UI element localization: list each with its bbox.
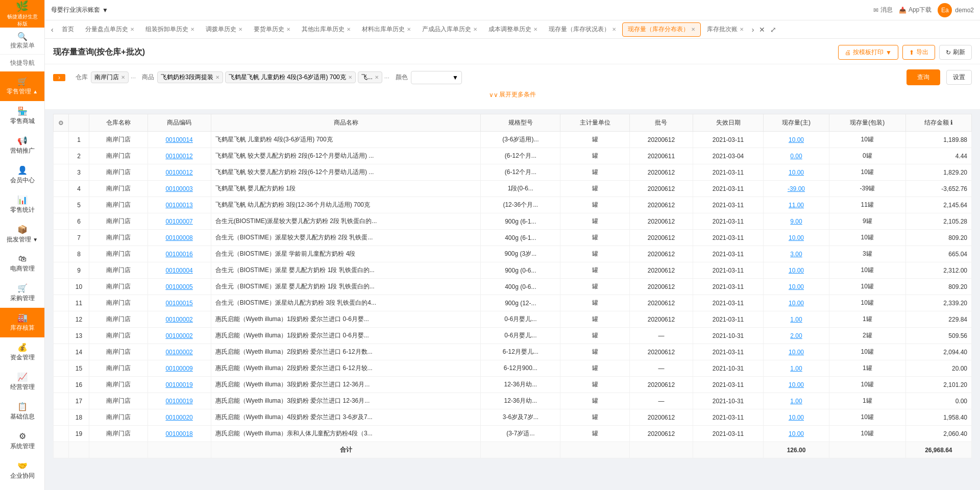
- sidebar-item-inventory[interactable]: 🏭 库存核算: [0, 308, 45, 337]
- sidebar-item-member[interactable]: 👤 会员中心: [0, 160, 45, 190]
- product-code-link[interactable]: 00100013: [165, 202, 192, 209]
- message-btn[interactable]: ✉ 消息: [873, 6, 893, 14]
- product-code-link[interactable]: 00100002: [165, 316, 192, 323]
- qty-link[interactable]: 10.00: [789, 430, 804, 437]
- tab-material-out[interactable]: 材料出库单历史 ✕: [357, 22, 416, 37]
- product-code-link[interactable]: 00100007: [165, 218, 192, 225]
- sidebar-item-coop[interactable]: 🤝 企业协同: [0, 456, 45, 485]
- tab-request[interactable]: 要货单历史 ✕: [249, 22, 296, 37]
- product-code-link[interactable]: 00100012: [165, 169, 192, 176]
- settings-icon[interactable]: ⚙: [58, 119, 64, 127]
- tab-close-request[interactable]: ✕: [286, 27, 290, 32]
- qty-link[interactable]: 10.00: [789, 349, 804, 356]
- warehouse-more[interactable]: ···: [131, 74, 136, 81]
- export-btn[interactable]: ⬆ 导出: [902, 45, 935, 60]
- tab-close-batch-ledger[interactable]: ✕: [740, 27, 744, 32]
- sidebar-search[interactable]: 🔍 搜索菜单: [0, 28, 44, 55]
- product-code-link[interactable]: 00100020: [165, 414, 192, 421]
- sidebar-item-marketing[interactable]: 📢 营销推广: [0, 131, 45, 160]
- print-btn[interactable]: 🖨 按模板打印 ▼: [838, 45, 898, 60]
- sidebar-item-retail-shop[interactable]: 🏪 零售商城: [0, 101, 45, 131]
- org-selector[interactable]: 母婴行业演示账套 ▼: [51, 6, 108, 14]
- product-code-link[interactable]: 00100015: [165, 300, 192, 307]
- remove-product-tag-1[interactable]: ✕: [348, 75, 352, 80]
- sidebar-item-wholesale[interactable]: 📦 批发管理 ▼: [0, 219, 45, 249]
- qty-link[interactable]: 10.00: [789, 169, 804, 176]
- product-code-link[interactable]: 00100012: [165, 153, 192, 160]
- tab-prev-btn[interactable]: ‹: [49, 26, 56, 34]
- tab-close-inventory-dist[interactable]: ✕: [691, 27, 695, 32]
- qty-link[interactable]: 10.00: [789, 267, 804, 274]
- product-code-link[interactable]: 00100008: [165, 234, 192, 241]
- user-menu[interactable]: Ea demo2: [938, 3, 974, 17]
- refresh-btn[interactable]: ↻ 刷新: [939, 45, 972, 60]
- query-btn[interactable]: 查询: [906, 69, 940, 85]
- sidebar-item-purchase[interactable]: 🛒 采购管理: [0, 278, 45, 308]
- sidebar-item-ecom[interactable]: 🛍 电商管理: [0, 249, 45, 278]
- remove-warehouse-tag[interactable]: ✕: [121, 75, 125, 80]
- tab-inventory-dist[interactable]: 现存量（库存分布表） ✕: [622, 22, 701, 37]
- qty-link[interactable]: 10.00: [789, 234, 804, 241]
- tab-other-out[interactable]: 其他出库单历史 ✕: [297, 22, 356, 37]
- qty-link[interactable]: 1.00: [790, 365, 802, 372]
- sidebar-item-retail-stats[interactable]: 📊 零售统计: [0, 190, 45, 219]
- remove-product-tag-0[interactable]: ✕: [215, 75, 219, 80]
- tab-disassemble[interactable]: 组装拆卸单历史 ✕: [140, 22, 200, 37]
- product-code-link[interactable]: 00100003: [165, 185, 192, 192]
- product-code-link[interactable]: 00100018: [165, 430, 192, 437]
- qty-link[interactable]: 0.00: [790, 153, 802, 160]
- product-code-link[interactable]: 00100016: [165, 251, 192, 258]
- tab-close-other-out[interactable]: ✕: [347, 27, 351, 32]
- product-code-link[interactable]: 00100014: [165, 136, 192, 143]
- product-code-link[interactable]: 00100005: [165, 283, 192, 290]
- tab-close-disassemble[interactable]: ✕: [190, 27, 194, 32]
- product-code-link[interactable]: 00100019: [165, 398, 192, 405]
- tab-close-cost-adjust[interactable]: ✕: [533, 27, 537, 32]
- tab-inventory-status[interactable]: 现存量（库存状况表） ✕: [544, 22, 621, 37]
- tab-close-inventory-status[interactable]: ✕: [612, 27, 616, 32]
- qty-link[interactable]: -39.00: [788, 185, 805, 192]
- sidebar-item-operations[interactable]: 📈 经营管理: [0, 367, 45, 397]
- qty-link[interactable]: 10.00: [789, 136, 804, 143]
- filter-expand-btn[interactable]: ›: [53, 74, 65, 81]
- qty-link[interactable]: 11.00: [789, 202, 804, 209]
- product-code-link[interactable]: 00100002: [165, 332, 192, 339]
- tab-cost-adjust[interactable]: 成本调整单历史 ✕: [483, 22, 543, 37]
- tab-close-material-out[interactable]: ✕: [407, 27, 411, 32]
- tab-close-split-count[interactable]: ✕: [130, 27, 134, 32]
- qty-link[interactable]: 10.00: [789, 381, 804, 388]
- tab-maximize-btn[interactable]: ⤢: [768, 26, 778, 34]
- tab-split-count[interactable]: 分量盘点单历史 ✕: [80, 22, 139, 37]
- expand-conditions-btn[interactable]: ∨∨ 展开更多条件: [489, 90, 536, 99]
- settings-btn[interactable]: 设置: [946, 70, 972, 85]
- qty-link[interactable]: 10.00: [789, 414, 804, 421]
- qty-link[interactable]: 10.00: [789, 283, 804, 290]
- tab-mix[interactable]: 调拨单历史 ✕: [201, 22, 248, 37]
- tab-home[interactable]: 首页: [57, 22, 79, 37]
- tab-next-btn[interactable]: ›: [750, 26, 756, 34]
- sidebar-item-retail-mgmt[interactable]: 🛒 零售管理 ▲: [0, 71, 45, 101]
- product-code-link[interactable]: 00100009: [165, 365, 192, 372]
- tab-close-mix[interactable]: ✕: [238, 27, 242, 32]
- product-code-link[interactable]: 00100004: [165, 267, 192, 274]
- qty-link[interactable]: 10.00: [789, 300, 804, 307]
- qty-link[interactable]: 1.00: [790, 398, 802, 405]
- product-code-link[interactable]: 00100019: [165, 381, 192, 388]
- sidebar-item-finance[interactable]: 💰 资金管理: [0, 337, 45, 367]
- qty-link[interactable]: 9.00: [790, 218, 802, 225]
- sidebar-quick-nav[interactable]: 快捷导航: [0, 55, 44, 71]
- sidebar-item-system[interactable]: ⚙ 系统管理: [0, 426, 45, 456]
- tab-batch-ledger[interactable]: 库存批次账 ✕: [702, 22, 749, 37]
- product-code-link[interactable]: 00100002: [165, 349, 192, 356]
- tab-close-product-in[interactable]: ✕: [473, 27, 477, 32]
- tab-product-in[interactable]: 产成品入库单历史 ✕: [417, 22, 482, 37]
- qty-link[interactable]: 1.00: [790, 316, 802, 323]
- remove-product-tag-2[interactable]: ✕: [375, 75, 379, 80]
- product-more[interactable]: ···: [384, 74, 389, 81]
- sidebar-item-guide[interactable]: 📖 新手引导: [0, 485, 45, 490]
- sidebar-item-basic[interactable]: 📋 基础信息: [0, 397, 45, 426]
- tab-close-all-btn[interactable]: ✕: [757, 26, 767, 34]
- qty-link[interactable]: 2.00: [790, 332, 802, 339]
- download-btn[interactable]: 📥 App下载: [899, 6, 932, 14]
- qty-link[interactable]: 3.00: [790, 251, 802, 258]
